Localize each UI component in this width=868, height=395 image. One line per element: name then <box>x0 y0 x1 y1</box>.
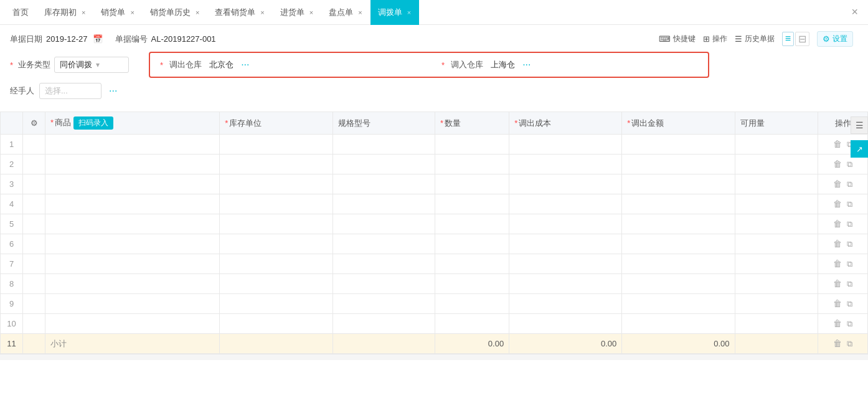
row-qty-cell[interactable] <box>435 135 509 155</box>
tab-home[interactable]: 首页 <box>5 0 37 25</box>
tab-close-inventory-check[interactable]: × <box>358 9 362 16</box>
tab-close-sales-history[interactable]: × <box>196 9 199 16</box>
row-amount-cell[interactable] <box>622 135 735 155</box>
biz-type-select[interactable]: 同价调拨 ▾ <box>54 57 129 73</box>
copy-icon[interactable]: ⧉ <box>847 299 852 308</box>
delete-icon[interactable]: 🗑 <box>833 298 842 308</box>
row-unit-cell[interactable] <box>220 234 333 254</box>
row-spec-cell[interactable] <box>333 214 435 234</box>
row-goods-cell[interactable] <box>45 234 220 254</box>
row-amount-cell[interactable] <box>622 214 735 234</box>
tab-view-sales[interactable]: 查看销货单× <box>207 0 272 25</box>
row-goods-cell[interactable] <box>45 274 220 294</box>
delete-icon[interactable]: 🗑 <box>833 338 842 348</box>
row-cost-cell[interactable] <box>509 155 622 174</box>
row-qty-cell[interactable] <box>435 155 509 174</box>
row-spec-cell[interactable] <box>333 274 435 294</box>
row-goods-cell[interactable] <box>45 214 220 234</box>
row-qty-cell[interactable] <box>435 314 509 334</box>
row-qty-cell[interactable] <box>435 254 509 274</box>
window-close-button[interactable]: × <box>846 6 863 19</box>
delete-icon[interactable]: 🗑 <box>833 278 842 288</box>
delete-icon[interactable]: 🗑 <box>833 239 842 249</box>
row-spec-cell[interactable] <box>333 155 435 174</box>
tab-sales-order[interactable]: 销货单× <box>93 0 142 25</box>
delete-icon[interactable]: 🗑 <box>833 159 842 169</box>
row-amount-cell[interactable] <box>622 294 735 314</box>
row-qty-cell[interactable] <box>435 214 509 234</box>
row-spec-cell[interactable] <box>333 234 435 254</box>
row-unit-cell[interactable] <box>220 254 333 274</box>
row-spec-cell[interactable] <box>333 174 435 194</box>
copy-icon[interactable]: ⧉ <box>847 199 852 209</box>
row-spec-cell[interactable] <box>333 314 435 334</box>
row-qty-cell[interactable] <box>435 234 509 254</box>
row-amount-cell[interactable] <box>622 174 735 194</box>
row-cost-cell[interactable] <box>509 234 622 254</box>
row-spec-cell[interactable] <box>333 194 435 214</box>
delete-icon[interactable]: 🗑 <box>833 259 842 269</box>
delete-icon[interactable]: 🗑 <box>833 318 842 328</box>
row-qty-cell[interactable] <box>435 194 509 214</box>
row-qty-cell[interactable] <box>435 274 509 294</box>
row-goods-cell[interactable] <box>45 135 220 155</box>
row-unit-cell[interactable] <box>220 314 333 334</box>
side-note-button[interactable]: ☰ <box>851 117 868 134</box>
row-spec-cell[interactable] <box>333 294 435 314</box>
calendar-icon[interactable]: 📅 <box>93 34 103 44</box>
row-unit-cell[interactable] <box>220 155 333 174</box>
row-goods-cell[interactable] <box>45 155 220 174</box>
row-unit-cell[interactable] <box>220 294 333 314</box>
shortcut-button[interactable]: ⌨ 快捷键 <box>659 34 696 44</box>
row-cost-cell[interactable] <box>509 274 622 294</box>
transfer-in-ellipsis-button[interactable]: ··· <box>520 59 533 70</box>
tab-transfer[interactable]: 调拨单× <box>370 0 419 25</box>
row-unit-cell[interactable] <box>220 135 333 155</box>
row-amount-cell[interactable] <box>622 314 735 334</box>
layout2-button[interactable]: ⊟ <box>795 32 809 46</box>
handler-select[interactable]: 选择... <box>39 83 101 99</box>
row-cost-cell[interactable] <box>509 214 622 234</box>
row-cost-cell[interactable] <box>509 194 622 214</box>
row-qty-cell[interactable] <box>435 174 509 194</box>
row-unit-cell[interactable] <box>220 214 333 234</box>
row-cost-cell[interactable] <box>509 135 622 155</box>
copy-icon[interactable]: ⧉ <box>847 159 852 169</box>
row-goods-cell[interactable] <box>45 294 220 314</box>
scan-button[interactable]: 扫码录入 <box>73 117 113 130</box>
th-gear[interactable]: ⚙ <box>23 112 45 135</box>
row-cost-cell[interactable] <box>509 294 622 314</box>
tab-inventory-check[interactable]: 盘点单× <box>321 0 370 25</box>
row-amount-cell[interactable] <box>622 234 735 254</box>
copy-icon[interactable]: ⧉ <box>847 239 852 249</box>
tab-close-view-sales[interactable]: × <box>260 9 264 16</box>
row-unit-cell[interactable] <box>220 274 333 294</box>
delete-icon[interactable]: 🗑 <box>833 199 842 209</box>
row-qty-cell[interactable] <box>435 294 509 314</box>
row-goods-cell[interactable] <box>45 254 220 274</box>
row-goods-cell[interactable] <box>45 174 220 194</box>
copy-icon[interactable]: ⧉ <box>847 319 852 328</box>
delete-icon[interactable]: 🗑 <box>833 219 842 229</box>
history-button[interactable]: ☰ 历史单据 <box>735 34 775 44</box>
tab-close-purchase[interactable]: × <box>309 9 313 16</box>
tab-purchase[interactable]: 进货单× <box>273 0 321 25</box>
row-cost-cell[interactable] <box>509 174 622 194</box>
delete-icon[interactable]: 🗑 <box>833 179 842 189</box>
copy-icon[interactable]: ⧉ <box>847 219 852 229</box>
row-spec-cell[interactable] <box>333 254 435 274</box>
setting-button[interactable]: ⚙ 设置 <box>817 31 853 47</box>
tab-close-transfer[interactable]: × <box>407 9 411 16</box>
copy-icon[interactable]: ⧉ <box>847 179 852 189</box>
tab-close-sales-order[interactable]: × <box>130 9 134 16</box>
transfer-out-ellipsis-button[interactable]: ··· <box>238 59 252 70</box>
gear-icon[interactable]: ⚙ <box>31 118 38 128</box>
layout1-button[interactable]: ≡ <box>782 32 794 46</box>
copy-icon[interactable]: ⧉ <box>847 259 852 269</box>
row-unit-cell[interactable] <box>220 194 333 214</box>
side-export-button[interactable]: ↗ <box>851 140 868 158</box>
row-unit-cell[interactable] <box>220 174 333 194</box>
row-amount-cell[interactable] <box>622 274 735 294</box>
tab-sales-history[interactable]: 销货单历史× <box>143 0 207 25</box>
row-amount-cell[interactable] <box>622 194 735 214</box>
